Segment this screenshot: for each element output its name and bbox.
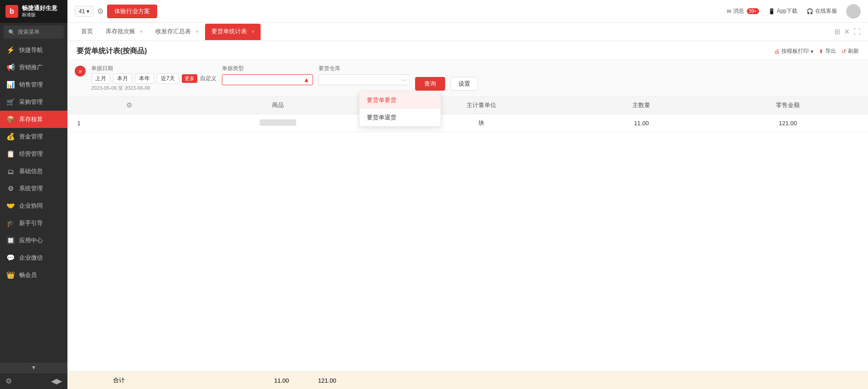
sidebar-item-basic[interactable]: 🗂 基础信息 [0,163,67,180]
collapse-icon[interactable]: ◀▶ [51,377,62,385]
sidebar-scroll-down[interactable]: ▼ [0,363,67,373]
row-product [168,114,387,132]
print-dropdown-icon: ▾ [811,48,813,55]
search-icon: 🔍 [8,29,15,36]
filter-bar: » 单据日期 上月 本月 本年 近7天 更多 自定义 2023-05-06 至 … [67,60,868,97]
content-area: 要货单统计表(按商品) 🖨 按模板打印 ▾ ⬆ 导出 ↺ 刷新 [67,41,868,389]
sidebar-item-purchase[interactable]: 🛒 采购管理 [0,93,67,111]
export-button[interactable]: ⬆ 导出 [819,47,836,55]
sidebar-item-appstore[interactable]: 🔲 应用中心 [0,232,67,249]
sidebar-item-label: 经营管理 [19,150,43,158]
sidebar-item-guide[interactable]: 🎓 新手引导 [0,215,67,232]
window-maximize-button[interactable]: ⛶ [853,28,861,36]
app-download-label: App下载 [777,7,797,15]
vip-icon: 👑 [6,271,15,279]
tab-receive-summary-close[interactable]: × [195,29,198,34]
trial-button[interactable]: 体验行业方案 [107,5,157,18]
date-btn-current[interactable]: 本月 [113,73,132,84]
topbar-gear-icon[interactable]: ⚙ [97,7,103,15]
sidebar: b 畅捷通好生意 标准版 🔍 搜索菜单 ⚡ 快捷导航 📢 营销推广 📊 销售管理… [0,0,67,389]
custom-label[interactable]: 自定义 [200,75,216,82]
export-icon: ⬆ [819,48,823,55]
basic-icon: 🗂 [6,167,15,175]
messages-action[interactable]: ✉ 消息 99+ [727,7,759,15]
tab-home[interactable]: 首页 [75,24,99,40]
tab-inventory-batch[interactable]: 库存批次账 × [99,24,149,40]
sidebar-item-label: 销售管理 [19,81,43,89]
footer-label-cell: 合计 [113,376,204,384]
page-header-actions: 🖨 按模板打印 ▾ ⬆ 导出 ↺ 刷新 [774,47,859,55]
sidebar-search[interactable]: 🔍 搜索菜单 [4,26,64,39]
window-close-button[interactable]: ✕ [844,27,850,36]
appstore-icon: 🔲 [6,236,15,245]
sidebar-item-system[interactable]: ⚙ 系统管理 [0,180,67,197]
store-name: 41 [79,8,85,15]
page-title: 要货单统计表(按商品) [77,46,147,56]
refresh-button[interactable]: ↺ 刷新 [842,47,859,55]
date-btn-previous[interactable]: 上月 [91,73,110,84]
logo-icon: b [5,5,18,18]
tab-receive-summary-label: 收发存汇总表 [155,27,191,36]
sidebar-item-label: 企业微信 [19,254,43,262]
query-button[interactable]: 查询 [415,77,445,91]
data-table: ⚙ 商品 主计量单位 主数量 零 [67,97,868,132]
sidebar-item-label: 新手引导 [19,219,43,227]
tab-inventory-batch-close[interactable]: × [140,29,143,34]
search-label: 搜索菜单 [18,28,40,36]
sales-icon: 📊 [6,81,15,89]
sidebar-item-finance[interactable]: 💰 资金管理 [0,128,67,145]
sidebar-item-enterprise[interactable]: 🤝 企业协同 [0,197,67,215]
sidebar-item-wechat[interactable]: 💬 企业微信 [0,249,67,266]
setting-button[interactable]: 设置 [451,77,478,91]
app-name: 畅捷通好生意 [22,5,57,12]
refresh-label: 刷新 [848,47,859,55]
warehouse-label: 要货仓库 [318,65,410,72]
sidebar-item-operation[interactable]: 📋 经营管理 [0,145,67,163]
row-quantity: 11.00 [575,114,708,132]
online-service-label: 在线客服 [815,7,837,15]
tab-order-summary-label: 要货单统计表 [211,27,247,36]
print-template-label: 按模板打印 [781,47,809,55]
doc-type-chevron-up[interactable]: ▲ [303,76,310,83]
online-service-action[interactable]: 🎧 在线客服 [806,7,837,15]
sidebar-item-marketing[interactable]: 📢 营销推广 [0,59,67,76]
date-btn-more[interactable]: 更多 [182,74,197,83]
col-amount-header: 零售金额 [708,97,868,114]
warehouse-input[interactable] [322,77,399,83]
sidebar-item-vip[interactable]: 👑 畅会员 [0,266,67,284]
dropdown-item-order-goods[interactable]: 要货单要货 [360,92,441,109]
warehouse-ellipsis-icon[interactable]: ··· [401,76,406,83]
sidebar-item-quick-nav[interactable]: ⚡ 快捷导航 [0,41,67,59]
col-seq-header [67,97,90,114]
topbar-left: 41 ▾ ⚙ 体验行业方案 [75,5,157,18]
wechat-icon: 💬 [6,254,15,262]
headset-icon: 🎧 [806,8,813,15]
app-name-block: 畅捷通好生意 标准版 [22,5,57,18]
sidebar-nav: ⚡ 快捷导航 📢 营销推广 📊 销售管理 🛒 采购管理 📦 库存核算 💰 资金管… [0,41,67,363]
dropdown-item-order-return[interactable]: 要货单退货 [360,109,441,126]
user-avatar[interactable] [846,4,861,19]
print-template-button[interactable]: 🖨 按模板打印 ▾ [774,47,813,55]
table-column-settings-icon[interactable]: ⚙ [126,101,132,109]
row-amount: 121.00 [708,114,868,132]
filter-expand-button[interactable]: » [75,66,86,77]
date-btn-last7[interactable]: 近7天 [157,73,179,84]
tab-home-label: 首页 [81,27,93,36]
settings-icon[interactable]: ⚙ [5,377,12,385]
tab-expand-button[interactable]: ⊞ [834,27,840,36]
row-seq: 1 [67,114,90,132]
filter-type-group: 单据类型 ▲ [222,65,313,85]
doc-type-label: 单据类型 [222,65,313,72]
sidebar-item-sales[interactable]: 📊 销售管理 [0,76,67,93]
topbar: 41 ▾ ⚙ 体验行业方案 ✉ 消息 99+ 📱 App下载 🎧 在线客服 [67,0,868,23]
tab-order-summary-close[interactable]: × [252,29,254,34]
sidebar-item-inventory[interactable]: 📦 库存核算 [0,111,67,128]
col-settings-header[interactable]: ⚙ [90,97,168,114]
tab-receive-summary[interactable]: 收发存汇总表 × [149,24,205,40]
store-selector[interactable]: 41 ▾ [75,6,93,17]
tab-order-summary[interactable]: 要货单统计表 × [205,24,261,40]
app-download-action[interactable]: 📱 App下载 [768,7,797,15]
expand-icon: » [78,67,82,75]
date-btn-year[interactable]: 本年 [135,73,154,84]
doc-type-input[interactable] [225,77,302,83]
